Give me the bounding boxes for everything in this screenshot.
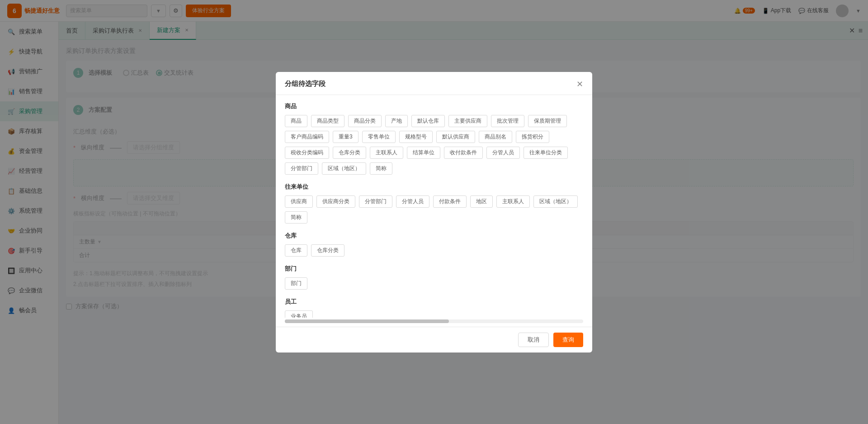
chip-product-6[interactable]: 批次管理	[491, 115, 524, 127]
section-counterpart-chips: 供应商 供应商分类 分管部门 分管人员 付款条件 地区 主联系人 区域（地区） …	[285, 195, 583, 224]
section-department-chips: 部门	[285, 277, 583, 290]
section-employee: 员工 业务员	[285, 298, 583, 318]
chip-product-13[interactable]: 商品别名	[479, 131, 512, 143]
modal-footer: 取消 查询	[276, 327, 592, 353]
section-warehouse-chips: 仓库 仓库分类	[285, 244, 583, 257]
section-counterpart-title: 往来单位	[285, 183, 583, 191]
modal-body: 商品 商品 商品类型 商品分类 产地 默认仓库 主要供应商 批次管理 保质期管理…	[276, 95, 592, 318]
chip-product-3[interactable]: 产地	[385, 115, 408, 127]
modal-overlay: 分组待选字段 ✕ 商品 商品 商品类型 商品分类 产地 默认仓库 主要供应商 批…	[0, 0, 868, 424]
chip-product-16[interactable]: 仓库分类	[333, 147, 366, 159]
chip-product-24[interactable]: 简称	[370, 162, 392, 175]
section-product-title: 商品	[285, 102, 583, 110]
chip-counterpart-6[interactable]: 主联系人	[496, 195, 530, 208]
horizontal-scroll-area	[276, 318, 592, 327]
chip-counterpart-2[interactable]: 分管部门	[359, 195, 392, 208]
chip-product-18[interactable]: 结算单位	[407, 147, 440, 159]
chip-product-20[interactable]: 分管人员	[486, 147, 520, 159]
chip-employee-0[interactable]: 业务员	[285, 310, 313, 318]
chip-counterpart-1[interactable]: 供应商分类	[316, 195, 355, 208]
chip-product-11[interactable]: 规格型号	[399, 131, 433, 143]
chip-counterpart-4[interactable]: 付款条件	[433, 195, 467, 208]
section-department-title: 部门	[285, 265, 583, 273]
chip-product-12[interactable]: 默认供应商	[436, 131, 475, 143]
field-select-modal: 分组待选字段 ✕ 商品 商品 商品类型 商品分类 产地 默认仓库 主要供应商 批…	[276, 72, 592, 353]
chip-counterpart-7[interactable]: 区域（地区）	[533, 195, 578, 208]
chip-product-23[interactable]: 区域（地区）	[322, 162, 366, 175]
chip-counterpart-5[interactable]: 地区	[470, 195, 493, 208]
chip-product-5[interactable]: 主要供应商	[448, 115, 487, 127]
chip-product-21[interactable]: 往来单位分类	[524, 147, 568, 159]
section-employee-title: 员工	[285, 298, 583, 306]
chip-product-2[interactable]: 商品分类	[348, 115, 382, 127]
section-product-chips: 商品 商品类型 商品分类 产地 默认仓库 主要供应商 批次管理 保质期管理 客户…	[285, 115, 583, 175]
section-counterpart: 往来单位 供应商 供应商分类 分管部门 分管人员 付款条件 地区 主联系人 区域…	[285, 183, 583, 224]
section-warehouse: 仓库 仓库 仓库分类	[285, 232, 583, 257]
hscroll-track	[285, 319, 583, 323]
chip-product-0[interactable]: 商品	[285, 115, 307, 127]
cancel-button[interactable]: 取消	[518, 333, 549, 347]
chip-product-22[interactable]: 分管部门	[285, 162, 318, 175]
section-department: 部门 部门	[285, 265, 583, 290]
modal-close-button[interactable]: ✕	[576, 79, 583, 89]
section-warehouse-title: 仓库	[285, 232, 583, 240]
chip-product-4[interactable]: 默认仓库	[411, 115, 445, 127]
chip-warehouse-0[interactable]: 仓库	[285, 244, 307, 257]
confirm-button[interactable]: 查询	[553, 333, 583, 347]
chip-counterpart-8[interactable]: 简称	[285, 211, 307, 224]
chip-product-7[interactable]: 保质期管理	[528, 115, 567, 127]
chip-product-15[interactable]: 税收分类编码	[285, 147, 329, 159]
chip-counterpart-0[interactable]: 供应商	[285, 195, 313, 208]
chip-product-1[interactable]: 商品类型	[311, 115, 344, 127]
chip-product-8[interactable]: 客户商品编码	[285, 131, 329, 143]
chip-warehouse-1[interactable]: 仓库分类	[311, 244, 344, 257]
section-product: 商品 商品 商品类型 商品分类 产地 默认仓库 主要供应商 批次管理 保质期管理…	[285, 102, 583, 175]
chip-department-0[interactable]: 部门	[285, 277, 307, 290]
chip-product-19[interactable]: 收付款条件	[444, 147, 483, 159]
modal-title: 分组待选字段	[285, 80, 326, 88]
chip-product-14[interactable]: 拣货积分	[516, 131, 549, 143]
hscroll-thumb[interactable]	[285, 319, 449, 323]
chip-product-9[interactable]: 重量3	[333, 131, 359, 143]
chip-product-10[interactable]: 零售单位	[362, 131, 396, 143]
section-employee-chips: 业务员	[285, 310, 583, 318]
chip-counterpart-3[interactable]: 分管人员	[396, 195, 429, 208]
chip-product-17[interactable]: 主联系人	[370, 147, 403, 159]
modal-header: 分组待选字段 ✕	[276, 72, 592, 95]
